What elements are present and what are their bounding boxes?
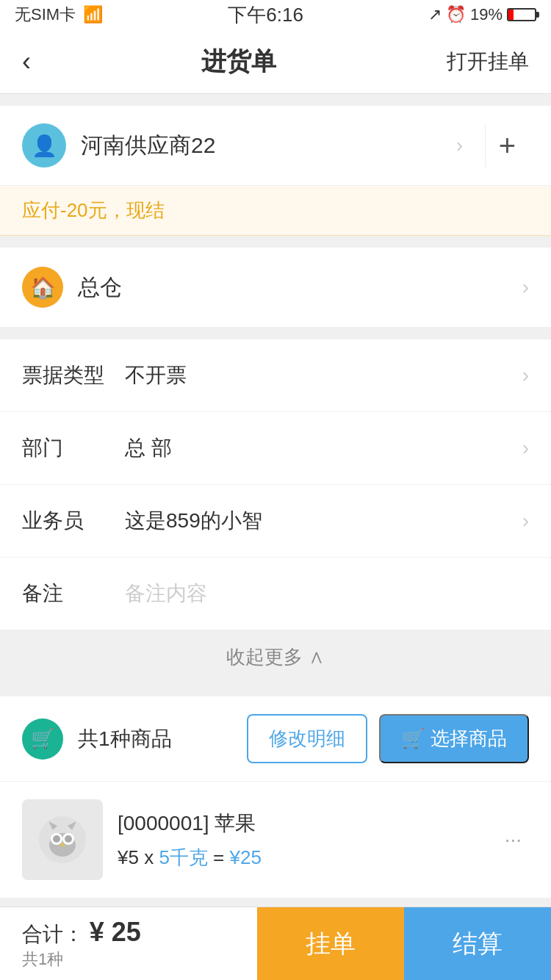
- product-count-icon: 🛒: [22, 718, 63, 760]
- note-placeholder[interactable]: 备注内容: [125, 580, 529, 608]
- bottom-bar: 合计： ¥ 25 共1种 挂单 结算: [0, 907, 551, 980]
- location-icon: ↗: [428, 5, 442, 24]
- wifi-icon: 📶: [83, 5, 103, 24]
- department-chevron-icon: ›: [522, 436, 529, 460]
- product-info: [0000001] 苹果 ¥5 x 5千克 = ¥25: [118, 810, 497, 871]
- warehouse-icon: 🏠: [22, 267, 63, 308]
- product-count-text: 共1种商品: [78, 725, 247, 753]
- product-code: [0000001]: [118, 812, 209, 835]
- gap-3: [0, 327, 551, 339]
- product-item: [0000001] 苹果 ¥5 x 5千克 = ¥25 ···: [0, 782, 551, 898]
- warehouse-block: 🏠 总仓 ›: [0, 248, 551, 327]
- total-label: 合计：: [22, 923, 84, 945]
- select-icon: 🛒: [401, 727, 425, 750]
- gap-2: [0, 236, 551, 248]
- add-supplier-button[interactable]: +: [485, 123, 529, 167]
- back-button[interactable]: ‹: [22, 46, 31, 77]
- alarm-icon: ⏰: [446, 5, 466, 24]
- form-block: 票据类型 不开票 › 部门 总 部 › 业务员 这是859的小智 › 备注 备注…: [0, 339, 551, 630]
- avatar-icon: 👤: [32, 134, 57, 158]
- info-band: 应付-20元，现结: [0, 186, 551, 236]
- product-title-text: 苹果: [215, 812, 256, 835]
- status-time: 下午6:16: [228, 2, 303, 28]
- supplier-avatar: 👤: [22, 123, 66, 167]
- product-more-button[interactable]: ···: [497, 821, 529, 859]
- total-section: 合计： ¥ 25 共1种: [0, 917, 257, 970]
- open-hang-button[interactable]: 打开挂单: [447, 48, 529, 76]
- battery-text: 19%: [470, 5, 503, 24]
- product-price: ¥5 x 5千克 = ¥25: [118, 845, 497, 871]
- department-label: 部门: [22, 434, 125, 462]
- select-product-button[interactable]: 🛒 选择商品: [379, 714, 529, 763]
- select-product-label: 选择商品: [431, 726, 507, 752]
- status-bar: 无SIM卡 📶 下午6:16 ↗ ⏰ 19%: [0, 0, 551, 29]
- battery-icon: [507, 8, 536, 21]
- price-total: ¥25: [230, 846, 262, 868]
- total-row: 合计： ¥ 25: [22, 917, 235, 948]
- price-multiply: x: [144, 846, 159, 868]
- hang-button[interactable]: 挂单: [257, 907, 404, 981]
- owl-logo-icon: [37, 814, 88, 865]
- supplier-name: 河南供应商22: [81, 131, 456, 161]
- gap-4: [0, 685, 551, 696]
- staff-value: 这是859的小智: [125, 507, 522, 535]
- product-section: 🛒 共1种商品 修改明细 🛒 选择商品: [0, 696, 551, 898]
- page-title: 进货单: [201, 45, 276, 79]
- product-name: [0000001] 苹果: [118, 810, 497, 837]
- supplier-block: 👤 河南供应商22 › + 应付-20元，现结: [0, 106, 551, 236]
- staff-chevron-icon: ›: [522, 509, 529, 533]
- price-equals: =: [213, 846, 229, 868]
- invoice-label: 票据类型: [22, 361, 125, 389]
- checkout-button[interactable]: 结算: [404, 907, 551, 981]
- department-value: 总 部: [125, 434, 522, 462]
- warehouse-row[interactable]: 🏠 总仓 ›: [0, 248, 551, 327]
- supplier-row[interactable]: 👤 河南供应商22 › +: [0, 106, 551, 186]
- svg-point-5: [65, 835, 72, 843]
- modify-detail-button[interactable]: 修改明细: [247, 714, 367, 763]
- gap-1: [0, 94, 551, 106]
- price-unit: ¥5: [118, 846, 139, 868]
- collapse-toggle[interactable]: 收起更多 ∧: [0, 630, 551, 685]
- note-label: 备注: [22, 580, 125, 608]
- warehouse-name: 总仓: [78, 273, 522, 303]
- supplier-chevron-icon: ›: [456, 134, 463, 157]
- nav-bar: ‹ 进货单 打开挂单: [0, 29, 551, 94]
- total-amount: ¥ 25: [90, 917, 141, 947]
- product-thumbnail: [22, 799, 103, 880]
- note-row[interactable]: 备注 备注内容: [0, 557, 551, 630]
- invoice-value: 不开票: [125, 361, 522, 389]
- cart-icon: 🛒: [31, 727, 54, 750]
- invoice-row[interactable]: 票据类型 不开票 ›: [0, 339, 551, 411]
- total-count: 共1种: [22, 948, 235, 970]
- invoice-chevron-icon: ›: [522, 364, 529, 387]
- staff-row[interactable]: 业务员 这是859的小智 ›: [0, 484, 551, 557]
- carrier-text: 无SIM卡: [15, 4, 76, 26]
- status-right: ↗ ⏰ 19%: [428, 5, 536, 24]
- product-header: 🛒 共1种商品 修改明细 🛒 选择商品: [0, 696, 551, 782]
- status-left: 无SIM卡 📶: [15, 4, 103, 26]
- product-thumb-inner: [22, 799, 103, 880]
- staff-label: 业务员: [22, 507, 125, 535]
- svg-point-4: [53, 835, 60, 843]
- price-qty: 5千克: [159, 846, 207, 868]
- department-row[interactable]: 部门 总 部 ›: [0, 411, 551, 484]
- warehouse-chevron-icon: ›: [522, 275, 529, 299]
